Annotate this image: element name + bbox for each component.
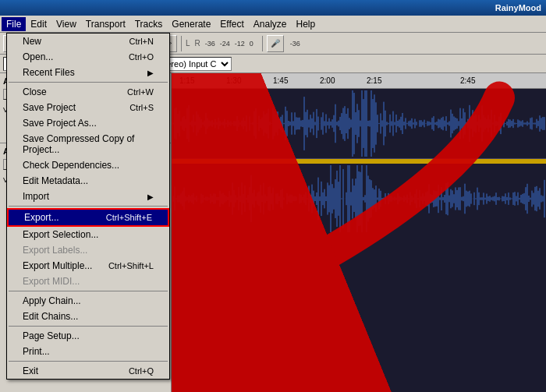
level-label: L [186,39,190,48]
dropdown-separator [9,361,168,362]
file-dropdown-menu: NewCtrl+NOpen...Ctrl+ORecent Files▶Close… [6,33,170,380]
dropdown-item-save-project[interactable]: Save ProjectCtrl+S [7,100,169,115]
dropdown-item-export-midi---: Export MIDI... [7,274,169,289]
menu-transport[interactable]: Transport [81,17,130,31]
dropdown-item-shortcut: Ctrl+N [129,37,154,46]
menu-tracks[interactable]: Tracks [130,17,168,31]
waveform-area: 1:15 1:30 1:45 2:00 2:15 2:45 [172,73,546,392]
timeline: 1:15 1:30 1:45 2:00 2:15 2:45 [172,73,546,89]
dropdown-item-label: Save Project As... [23,118,97,129]
dropdown-item-apply-chain---[interactable]: Apply Chain... [7,293,169,309]
dropdown-item-exit[interactable]: ExitCtrl+Q [7,363,169,379]
tick-3: 1:45 [273,76,288,85]
dropdown-separator [9,291,168,291]
dropdown-item-page-setup---[interactable]: Page Setup... [7,328,169,344]
dropdown-item-label: Recent Files [23,67,75,78]
menu-generate[interactable]: Generate [167,17,215,31]
menu-file[interactable]: File [2,17,26,31]
dropdown-item-close[interactable]: CloseCtrl+W [7,84,169,100]
dropdown-item-export-selection---[interactable]: Export Selection... [7,227,169,242]
mic-btn[interactable]: 🎤 [267,35,284,52]
tick-2: 1:30 [226,76,241,85]
menu-bar: File Edit View Transport Tracks Generate… [0,16,546,33]
dropdown-item-import[interactable]: Import▶ [7,189,169,204]
tick-5: 2:15 [367,76,381,85]
submenu-arrow-icon: ▶ [147,69,154,77]
dropdown-item-label: Export Selection... [23,229,98,240]
dropdown-item-label: Apply Chain... [23,295,81,306]
dropdown-item-save-compressed-copy-of-project---[interactable]: Save Compressed Copy of Project... [7,131,169,157]
title-text: RainyMood [495,3,541,12]
dropdown-separator [9,206,168,207]
menu-analyze[interactable]: Analyze [249,17,292,31]
tick-4: 2:00 [320,76,335,85]
dropdown-item-label: Edit Chains... [23,311,78,322]
dropdown-item-recent-files[interactable]: Recent Files▶ [7,65,169,80]
dropdown-item-edit-metadata---[interactable]: Edit Metadata... [7,173,169,189]
waveform-canvas-1 [172,89,546,158]
dropdown-item-label: Export MIDI... [23,276,80,287]
title-bar: RainyMood [0,0,546,16]
dropdown-item-export-labels---: Export Labels... [7,242,169,258]
menu-view[interactable]: View [51,17,81,31]
dropdown-item-label: Page Setup... [23,330,80,341]
dropdown-item-label: New [23,36,41,47]
waveform-track-2 [172,164,546,234]
tick-6: 2:45 [460,76,475,85]
dropdown-item-shortcut: Ctrl+W [127,87,154,97]
dropdown-item-label: Open... [23,51,53,62]
toolbar-sep-2 [181,36,182,51]
dropdown-item-edit-chains---[interactable]: Edit Chains... [7,309,169,324]
dropdown-item-label: Exit [23,366,38,376]
submenu-arrow-icon: ▶ [147,192,154,201]
dropdown-item-check-dependencies---[interactable]: Check Dependencies... [7,157,169,173]
toolbar-sep-3 [262,36,263,51]
waveform-track-1 [172,89,546,159]
menu-edit[interactable]: Edit [26,17,51,31]
dropdown-item-save-project-as---[interactable]: Save Project As... [7,115,169,131]
dropdown-item-print---[interactable]: Print... [7,344,169,359]
dropdown-separator [9,82,168,83]
dropdown-item-new[interactable]: NewCtrl+N [7,34,169,49]
dropdown-item-label: Edit Metadata... [23,175,88,186]
level-label-r: R [195,39,200,48]
dropdown-item-label: Check Dependencies... [23,160,119,171]
dropdown-separator [9,326,168,327]
tick-1: 1:15 [179,76,194,85]
dropdown-item-shortcut: Ctrl+Shift+L [108,261,154,270]
dropdown-item-label: Save Compressed Copy of Project... [23,133,154,155]
dropdown-item-label: Close [23,87,47,97]
level-meter: -36-24-120 [205,40,258,48]
dropdown-item-label: Save Project [23,102,76,113]
dropdown-item-shortcut: Ctrl+Shift+E [106,213,152,222]
dropdown-item-label: Export... [24,212,59,223]
menu-effect[interactable]: Effect [215,17,248,31]
right-meter: -36 [290,40,300,48]
dropdown-item-shortcut: Ctrl+Q [129,366,154,376]
dropdown-item-open---[interactable]: Open...Ctrl+O [7,49,169,65]
dropdown-item-label: Export Multiple... [23,260,92,271]
waveform-canvas-2 [172,164,546,234]
dropdown-item-export-multiple---[interactable]: Export Multiple...Ctrl+Shift+L [7,258,169,274]
dropdown-item-label: Print... [23,346,50,357]
dropdown-item-label: Import [23,191,49,202]
dropdown-item-export---[interactable]: Export...Ctrl+Shift+E [7,208,169,227]
menu-help[interactable]: Help [292,17,321,31]
dropdown-item-label: Export Labels... [23,245,87,256]
dropdown-item-shortcut: Ctrl+S [129,103,154,112]
dropdown-item-shortcut: Ctrl+O [129,52,154,62]
